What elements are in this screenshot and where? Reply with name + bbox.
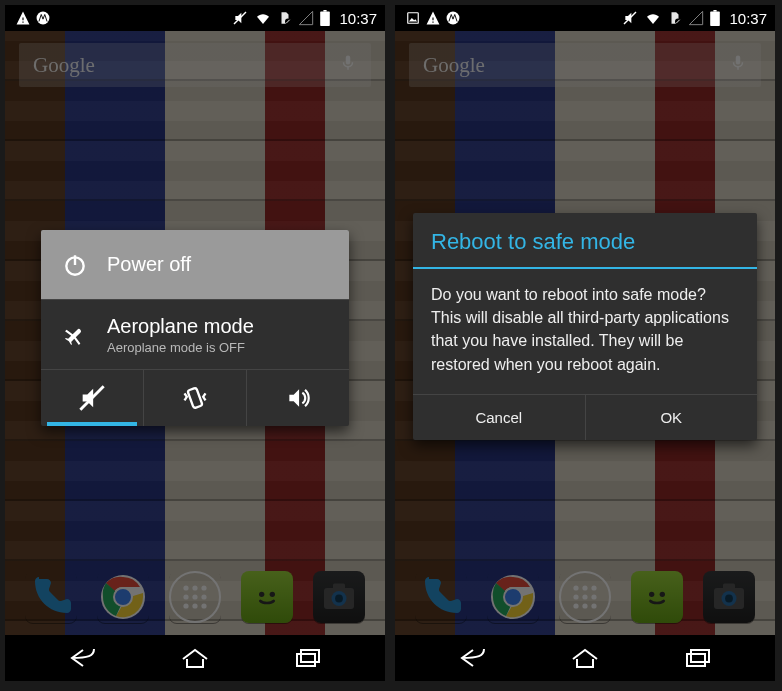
svg-rect-29: [301, 650, 319, 662]
nav-home[interactable]: [550, 647, 620, 669]
nav-bar: [395, 635, 775, 681]
phone-left: 10:37 Google Power off Aeroplane mode Ae…: [5, 5, 385, 681]
motorola-icon: [446, 11, 460, 25]
safe-mode-dialog: Reboot to safe mode Do you want to reboo…: [413, 213, 757, 440]
svg-rect-57: [691, 650, 709, 662]
nav-recents[interactable]: [663, 648, 733, 668]
ok-button[interactable]: OK: [586, 395, 758, 440]
nav-back[interactable]: [48, 646, 118, 670]
sound-silent[interactable]: [41, 370, 144, 426]
status-bar: 10:37: [395, 5, 775, 31]
power-icon: [55, 252, 95, 278]
wifi-icon: [644, 10, 662, 26]
motorola-icon: [36, 11, 50, 25]
battery-icon: [320, 10, 330, 26]
mute-icon: [622, 10, 638, 26]
warning-icon: [426, 11, 440, 25]
dialog-buttons: Cancel OK: [413, 394, 757, 440]
svg-rect-5: [324, 10, 327, 12]
airplane-sub: Aeroplane mode is OFF: [107, 340, 254, 355]
signal-empty-icon: [688, 10, 704, 26]
power-menu: Power off Aeroplane mode Aeroplane mode …: [41, 230, 349, 426]
sound-mode-row: [41, 370, 349, 426]
image-icon: [406, 11, 420, 25]
mute-icon: [232, 10, 248, 26]
cancel-button[interactable]: Cancel: [413, 395, 586, 440]
svg-rect-37: [714, 10, 717, 12]
airplane-icon: [55, 322, 95, 348]
phone-right: 10:37 Google Reboot to safe mode Do you …: [395, 5, 775, 681]
power-off-label: Power off: [107, 253, 191, 276]
dialog-separator: [413, 267, 757, 269]
status-bar: 10:37: [5, 5, 385, 31]
battery-icon: [710, 10, 720, 26]
nav-bar: [5, 635, 385, 681]
sim-disabled-icon: [278, 10, 292, 26]
signal-empty-icon: [298, 10, 314, 26]
svg-rect-31: [408, 13, 419, 24]
airplane-label: Aeroplane mode: [107, 315, 254, 338]
svg-rect-4: [321, 12, 331, 26]
nav-home[interactable]: [160, 647, 230, 669]
sound-on[interactable]: [247, 370, 349, 426]
wifi-icon: [254, 10, 272, 26]
svg-rect-58: [687, 654, 705, 666]
warning-icon: [16, 11, 30, 25]
dialog-body: Do you want to reboot into safe mode? Th…: [413, 277, 757, 394]
airplane-mode-item[interactable]: Aeroplane mode Aeroplane mode is OFF: [41, 300, 349, 370]
power-off-item[interactable]: Power off: [41, 230, 349, 300]
nav-back[interactable]: [438, 646, 508, 670]
svg-rect-36: [711, 12, 721, 26]
clock: 10:37: [339, 10, 377, 27]
svg-rect-30: [297, 654, 315, 666]
sound-vibrate[interactable]: [144, 370, 247, 426]
dialog-title: Reboot to safe mode: [413, 213, 757, 267]
sim-disabled-icon: [668, 10, 682, 26]
clock: 10:37: [729, 10, 767, 27]
svg-rect-9: [187, 388, 202, 409]
nav-recents[interactable]: [273, 648, 343, 668]
